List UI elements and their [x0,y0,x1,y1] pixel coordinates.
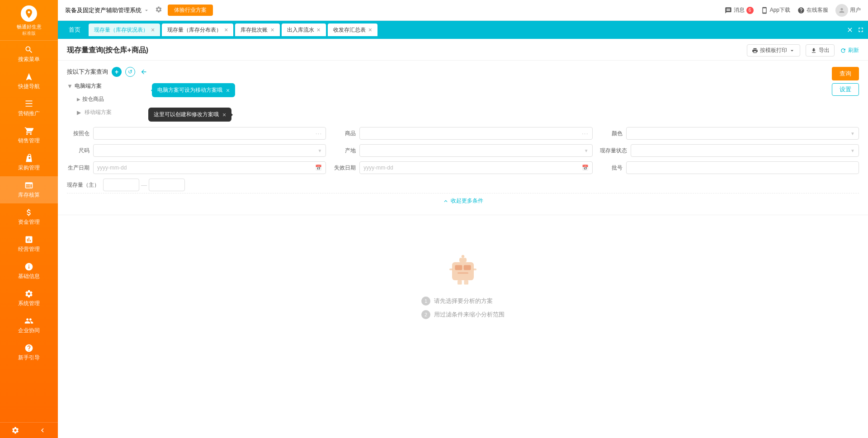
page-header: 现存量查询(按仓库+商品) 按模板打印 导出 刷新 [58,39,868,61]
sidebar-label-sales: 销售管理 [18,137,40,145]
mobile-scheme-row[interactable]: ▶ 移动端方案 [74,108,148,117]
filter-add-btn[interactable]: + [112,67,122,77]
online-support-btn[interactable]: 在线客服 [797,6,828,14]
header-left: 装备及固定资产辅助管理系统 体验行业方案 [65,5,213,16]
tab-fullscreen-icon[interactable] [857,26,864,33]
color-chevron-icon: ▼ [850,131,855,136]
industry-btn[interactable]: 体验行业方案 [168,5,213,16]
filter-refresh-btn[interactable]: ↺ [125,67,135,77]
sidebar-label-guide: 新手引导 [18,354,40,362]
tooltip-create-text: 这里可以创建和修改方案哦 [154,111,219,118]
inv-qty-min[interactable] [103,179,139,191]
sidebar-item-inventory[interactable]: 库存核算 [0,176,58,203]
exp-date-calendar-icon: 📅 [582,165,589,171]
empty-state: 1 请先选择要分析的方案 2 用过滤条件来缩小分析范围 [58,215,868,355]
user-avatar-area[interactable]: 用户 [835,4,861,17]
tab-inventory-status[interactable]: 现存量（库存状况表） × [89,24,160,36]
tab-close-in-out-flow[interactable]: × [317,26,321,33]
tab-in-out-flow[interactable]: 出入库流水 × [282,24,326,36]
tooltip-desktop-close[interactable]: × [226,87,230,94]
tab-close-batch-ledger[interactable]: × [270,26,274,33]
tab-recv-summary[interactable]: 收发存汇总表 × [328,24,377,36]
message-badge: 6 [746,7,754,14]
exp-date-input[interactable]: yyyy-mm-dd 📅 [359,161,592,174]
warehouse-label: 按照仓 [67,130,90,137]
sidebar-item-system[interactable]: 系统管理 [0,285,58,312]
inv-qty-label: 现存量（主） [67,181,99,189]
page-actions: 按模板打印 导出 刷新 [747,44,859,57]
color-select[interactable]: ▼ [626,127,859,140]
svg-rect-4 [459,258,467,262]
tooltip-create-close[interactable]: × [222,111,226,118]
filter-color: 颜色 ▼ [600,127,859,140]
scheme-item-warehouse[interactable]: ▶ 按仓商品 [74,94,148,104]
warehouse-select[interactable]: ··· [93,127,326,140]
sidebar-item-basic[interactable]: 基础信息 [0,258,58,285]
sidebar-label-basic: 基础信息 [18,273,40,280]
tab-close-recv-summary[interactable]: × [368,26,372,33]
empty-step-2: 2 用过滤条件来缩小分析范围 [421,310,505,319]
export-label: 导出 [819,47,830,54]
origin-select[interactable]: ▼ [359,144,592,157]
sidebar-item-operations[interactable]: 经营管理 [0,231,58,258]
tree-expand-icon[interactable]: ▼ [67,83,73,89]
batch-label: 批号 [600,164,623,172]
message-btn[interactable]: 消息 6 [725,6,754,14]
sidebar-item-enterprise[interactable]: 企业协同 [0,312,58,339]
filter-left-btn[interactable] [139,67,149,77]
tab-inventory-dist[interactable]: 现存量（库存分布表） × [162,24,233,36]
top-header: 装备及固定资产辅助管理系统 体验行业方案 消息 6 App下载 在线客服 [58,0,868,21]
app-download-btn[interactable]: App下载 [761,6,790,14]
sidebar-item-marketing[interactable]: 营销推广 [0,95,58,122]
goods-select[interactable]: ··· [359,127,592,140]
sidebar-label-inventory: 库存核算 [18,191,40,199]
tab-close-inventory-dist[interactable]: × [224,26,228,33]
inv-qty-max[interactable] [149,179,185,191]
collapse-more-btn[interactable]: 收起更多条件 [67,193,859,208]
filter-label: 按以下方案查询 [67,68,108,76]
query-btn[interactable]: 查询 [832,67,859,80]
tab-home[interactable]: 首页 [61,21,88,39]
print-btn[interactable]: 按模板打印 [747,44,800,57]
batch-input[interactable] [626,161,859,174]
filter-origin: 产地 ▼ [333,144,592,157]
sidebar-label-finance: 资金管理 [18,218,40,226]
origin-chevron-icon: ▼ [584,148,589,153]
sidebar-item-nav[interactable]: 快捷导航 [0,68,58,95]
sidebar-label-nav: 快捷导航 [18,83,40,90]
svg-rect-0 [452,262,474,280]
step-num-2: 2 [421,310,430,319]
settings-icon[interactable] [11,426,19,434]
sidebar-item-guide[interactable]: 新手引导 [0,339,58,366]
sidebar-label-enterprise: 企业协同 [18,327,40,334]
export-btn[interactable]: 导出 [806,44,835,57]
size-chevron-icon: ▼ [317,148,322,153]
svg-rect-1 [455,265,462,270]
prod-date-label: 生产日期 [67,164,90,172]
sidebar-item-search[interactable]: 搜索菜单 [0,41,58,68]
tab-close-all-icon[interactable] [846,26,854,33]
system-name-dropdown[interactable]: 装备及固定资产辅助管理系统 [65,6,150,14]
online-support-label: 在线客服 [807,6,828,14]
set-btn[interactable]: 设置 [832,83,859,96]
header-gear-icon[interactable] [155,6,162,14]
prod-date-input[interactable]: yyyy-mm-dd 📅 [93,161,326,174]
prod-date-placeholder: yyyy-mm-dd [97,165,127,171]
tab-batch-ledger[interactable]: 库存批次账 × [235,24,279,36]
sidebar-item-purchase[interactable]: 采购管理 [0,149,58,176]
sidebar-item-finance[interactable]: 资金管理 [0,203,58,231]
svg-rect-8 [458,280,462,285]
collapse-sidebar-icon[interactable] [38,426,47,434]
message-label: 消息 [734,6,745,14]
tab-bar-right [846,26,864,33]
origin-label: 产地 [333,147,356,155]
refresh-btn[interactable]: 刷新 [840,47,859,54]
sidebar-label-marketing: 营销推广 [18,110,40,118]
exp-date-placeholder: yyyy-mm-dd [363,165,393,171]
tab-close-inventory-status[interactable]: × [151,26,155,33]
sidebar-item-sales[interactable]: 销售管理 [0,122,58,149]
inv-status-select[interactable]: ▼ [631,144,859,157]
exp-date-label: 失效日期 [333,164,356,172]
step-2-text: 用过滤条件来缩小分析范围 [434,311,505,319]
size-select[interactable]: ▼ [93,144,326,157]
